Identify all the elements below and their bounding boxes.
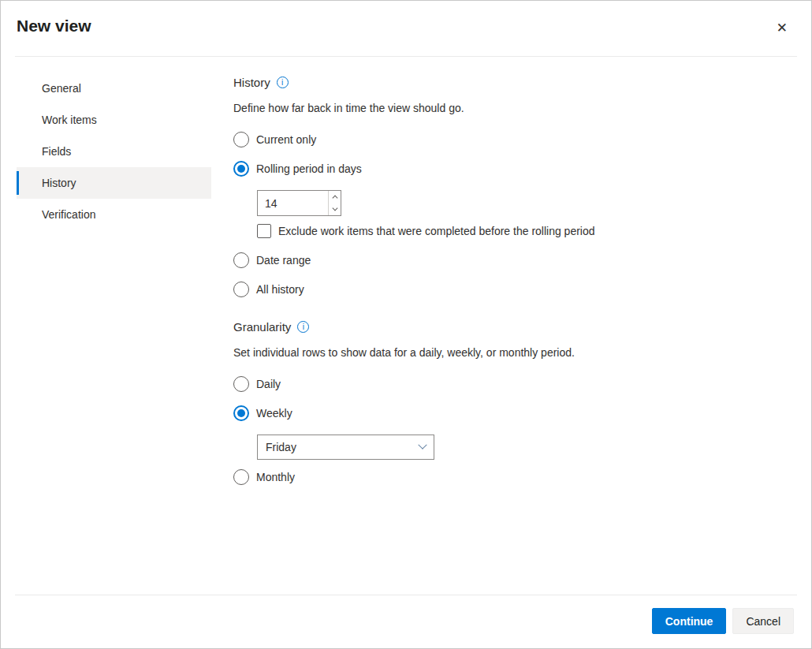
weekday-dropdown-wrap: Friday — [257, 435, 811, 460]
sidebar-item-label: Fields — [42, 145, 71, 158]
dialog-footer: Continue Cancel — [1, 595, 811, 648]
radio-label: All history — [256, 283, 304, 296]
spinner-buttons — [328, 191, 341, 215]
new-view-dialog: New view ✕ General Work items Fields His… — [0, 0, 812, 649]
radio-rolling-period[interactable]: Rolling period in days — [233, 161, 811, 177]
radio-daily[interactable]: Daily — [233, 376, 811, 392]
sidebar-item-label: History — [42, 177, 76, 189]
spinner-down-icon[interactable] — [329, 203, 341, 216]
radio-icon — [233, 376, 249, 392]
rolling-days-spinner — [257, 190, 341, 216]
sidebar-item-general[interactable]: General — [17, 73, 211, 104]
info-icon[interactable]: i — [297, 321, 309, 333]
radio-weekly[interactable]: Weekly — [233, 405, 811, 421]
radio-label: Monthly — [256, 471, 295, 483]
checkbox-label: Exclude work items that were completed b… — [278, 225, 595, 237]
checkbox-icon[interactable] — [257, 224, 271, 238]
radio-icon — [233, 282, 249, 297]
info-icon[interactable]: i — [277, 76, 289, 88]
sidebar-item-label: Verification — [42, 208, 95, 221]
radio-icon — [233, 132, 249, 147]
granularity-heading-text: Granularity — [233, 320, 291, 334]
radio-monthly[interactable]: Monthly — [233, 469, 811, 485]
radio-label: Daily — [256, 378, 281, 390]
rolling-days-input[interactable] — [258, 191, 328, 215]
granularity-section-heading: Granularity i — [233, 320, 811, 334]
spinner-up-icon[interactable] — [329, 191, 341, 203]
chevron-down-icon — [418, 441, 426, 449]
history-section-heading: History i — [233, 76, 811, 89]
sidebar-item-history[interactable]: History — [17, 167, 211, 199]
radio-label: Weekly — [256, 407, 292, 420]
history-description: Define how far back in time the view sho… — [233, 102, 811, 114]
dialog-title: New view — [17, 15, 91, 35]
sidebar-item-label: Work items — [42, 114, 97, 126]
radio-icon — [233, 405, 249, 421]
dialog-header: New view ✕ — [1, 1, 811, 56]
radio-label: Rolling period in days — [256, 162, 362, 175]
sidebar-item-work-items[interactable]: Work items — [17, 104, 211, 136]
sidebar-item-label: General — [42, 82, 81, 95]
radio-icon — [233, 469, 249, 485]
radio-label: Current only — [256, 133, 316, 146]
cancel-button[interactable]: Cancel — [732, 608, 794, 634]
weekday-dropdown-value: Friday — [266, 441, 296, 453]
radio-label: Date range — [256, 254, 311, 267]
rolling-period-controls: Exclude work items that were completed b… — [257, 190, 811, 238]
history-heading-text: History — [233, 76, 270, 89]
granularity-description: Set individual rows to show data for a d… — [233, 346, 811, 359]
close-icon[interactable]: ✕ — [769, 15, 795, 41]
sidebar: General Work items Fields History Verifi… — [17, 57, 211, 498]
main-content: History i Define how far back in time th… — [211, 57, 811, 498]
radio-icon — [233, 161, 249, 177]
radio-all-history[interactable]: All history — [233, 282, 811, 297]
dialog-body: General Work items Fields History Verifi… — [1, 57, 811, 498]
radio-date-range[interactable]: Date range — [233, 252, 811, 268]
continue-button[interactable]: Continue — [652, 608, 727, 634]
sidebar-item-verification[interactable]: Verification — [17, 199, 211, 230]
footer-buttons: Continue Cancel — [1, 595, 811, 648]
sidebar-item-fields[interactable]: Fields — [17, 136, 211, 167]
radio-icon — [233, 252, 249, 268]
weekday-dropdown[interactable]: Friday — [257, 435, 434, 460]
radio-current-only[interactable]: Current only — [233, 132, 811, 147]
exclude-completed-checkbox-row[interactable]: Exclude work items that were completed b… — [257, 224, 811, 238]
